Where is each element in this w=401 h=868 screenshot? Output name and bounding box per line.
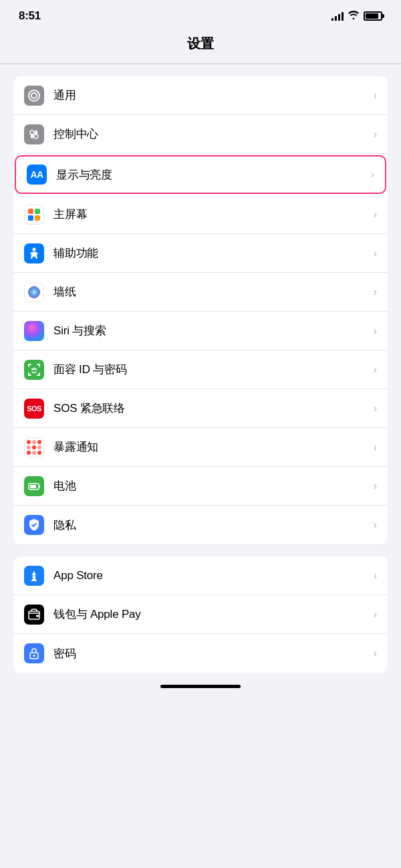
control-icon xyxy=(24,124,44,144)
general-chevron: › xyxy=(374,90,377,102)
svg-rect-24 xyxy=(30,485,36,488)
svg-point-9 xyxy=(28,286,40,298)
settings-row-control[interactable]: 控制中心 › xyxy=(13,115,388,154)
status-time: 8:51 xyxy=(19,9,41,23)
settings-section-1: 通用 › 控制中心 › AA 显示与亮度 › xyxy=(13,76,388,544)
settings-row-privacy[interactable]: 隐私 › xyxy=(13,506,388,544)
privacy-label: 隐私 xyxy=(53,518,368,533)
exposure-dots xyxy=(27,440,41,455)
page-title: 设置 xyxy=(0,28,401,64)
svg-rect-2 xyxy=(35,130,37,135)
svg-point-28 xyxy=(33,655,35,657)
accessibility-chevron: › xyxy=(374,247,377,259)
siri-icon xyxy=(24,321,44,341)
svg-rect-6 xyxy=(28,215,33,221)
battery-row-icon xyxy=(24,476,44,496)
homescreen-icon xyxy=(24,205,44,225)
appstore-label: App Store xyxy=(53,569,368,582)
settings-row-wallpaper[interactable]: 墙纸 › xyxy=(13,273,388,312)
battery-icon xyxy=(364,11,382,21)
appstore-icon xyxy=(24,566,44,586)
password-icon xyxy=(24,643,44,663)
wallet-icon xyxy=(24,605,44,625)
homescreen-label: 主屏幕 xyxy=(53,207,368,222)
general-icon xyxy=(24,86,44,106)
settings-section-2: App Store › 钱包与 Apple Pay › 密码 › xyxy=(13,556,388,673)
wallet-label: 钱包与 Apple Pay xyxy=(53,607,368,622)
settings-row-siri[interactable]: Siri 与搜索 › xyxy=(13,312,388,350)
general-label: 通用 xyxy=(53,88,368,103)
svg-point-21 xyxy=(35,368,37,370)
wallpaper-label: 墙纸 xyxy=(53,284,368,300)
signal-icon xyxy=(331,11,344,21)
faceid-icon xyxy=(24,360,44,380)
faceid-chevron: › xyxy=(374,364,377,376)
siri-chevron: › xyxy=(374,325,377,337)
wifi-icon xyxy=(348,10,360,22)
display-chevron: › xyxy=(371,169,374,181)
settings-row-password[interactable]: 密码 › xyxy=(13,634,388,673)
battery-chevron: › xyxy=(374,480,377,492)
svg-rect-17 xyxy=(39,364,40,367)
svg-rect-19 xyxy=(39,372,40,376)
battery-label: 电池 xyxy=(53,478,368,494)
svg-rect-26 xyxy=(36,615,39,617)
svg-rect-3 xyxy=(31,134,33,138)
faceid-label: 面容 ID 与密码 xyxy=(53,362,368,377)
settings-row-battery[interactable]: 电池 › xyxy=(13,467,388,506)
settings-row-appstore[interactable]: App Store › xyxy=(13,556,388,595)
settings-row-faceid[interactable]: 面容 ID 与密码 › xyxy=(13,350,388,389)
exposure-label: 暴露通知 xyxy=(53,439,368,455)
siri-label: Siri 与搜索 xyxy=(53,323,368,338)
sos-chevron: › xyxy=(374,403,377,415)
wallet-chevron: › xyxy=(374,609,377,621)
wallpaper-chevron: › xyxy=(374,286,377,298)
svg-point-8 xyxy=(33,247,36,251)
sos-label: SOS 紧急联络 xyxy=(53,401,368,416)
svg-rect-18 xyxy=(28,372,29,376)
control-label: 控制中心 xyxy=(53,126,368,142)
password-label: 密码 xyxy=(53,646,368,661)
privacy-icon xyxy=(24,515,44,535)
privacy-chevron: › xyxy=(374,519,377,531)
svg-rect-5 xyxy=(35,209,40,214)
appstore-chevron: › xyxy=(374,570,377,582)
accessibility-icon xyxy=(24,243,44,263)
exposure-chevron: › xyxy=(374,441,377,453)
display-icon: AA xyxy=(27,165,47,185)
svg-rect-23 xyxy=(39,485,40,487)
sos-icon: SOS xyxy=(24,399,44,419)
display-label: 显示与亮度 xyxy=(56,167,366,183)
settings-row-homescreen[interactable]: 主屏幕 › xyxy=(13,195,388,234)
status-bar: 8:51 xyxy=(0,0,401,28)
settings-row-general[interactable]: 通用 › xyxy=(13,76,388,115)
accessibility-label: 辅助功能 xyxy=(53,245,368,261)
svg-rect-7 xyxy=(35,215,40,221)
exposure-icon xyxy=(24,437,44,457)
home-bar xyxy=(160,685,241,688)
wallpaper-icon xyxy=(24,282,44,302)
svg-rect-4 xyxy=(28,209,33,214)
password-chevron: › xyxy=(374,647,377,659)
status-icons xyxy=(331,10,382,22)
settings-row-sos[interactable]: SOS SOS 紧急联络 › xyxy=(13,389,388,428)
svg-point-20 xyxy=(31,368,33,370)
settings-row-display[interactable]: AA 显示与亮度 › xyxy=(15,155,386,194)
svg-rect-16 xyxy=(28,364,29,367)
homescreen-chevron: › xyxy=(374,209,377,221)
settings-row-exposure[interactable]: 暴露通知 › xyxy=(13,428,388,467)
control-chevron: › xyxy=(374,128,377,140)
settings-row-accessibility[interactable]: 辅助功能 › xyxy=(13,234,388,273)
settings-row-wallet[interactable]: 钱包与 Apple Pay › xyxy=(13,595,388,634)
